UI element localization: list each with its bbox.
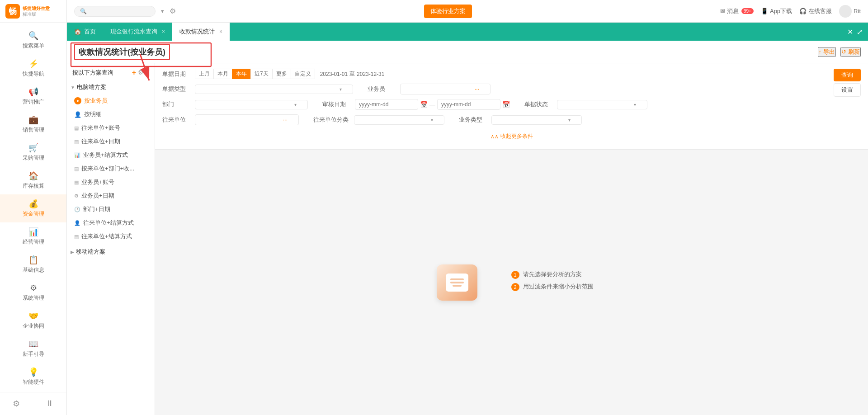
topbar-gear-icon[interactable]: ⚙ [170,7,176,15]
business-type-select[interactable]: ▾ [491,115,582,125]
sidebar-collapse-btn[interactable]: ⏸ [43,396,57,411]
tab-bank-flow[interactable]: 现金银行流水查询 × [103,23,172,41]
tree-item-counterpart-account[interactable]: ▤ 往来单位+账号 [67,121,155,135]
message-btn[interactable]: ✉ 消息 99+ [720,7,754,15]
export-button[interactable]: ↑ 导出 [818,47,836,57]
counterpart-type-select[interactable]: ▾ [354,115,444,125]
tabs-bar: 🏠 首页 现金银行流水查询 × 收款情况统计 × ✕ ⤢ [67,23,868,41]
tree-item-salesperson-account[interactable]: ▤ 业务员+账号 [67,175,155,189]
collapse-panel-btn[interactable]: « [146,69,149,77]
topbar-dropdown-arrow[interactable]: ▾ [161,8,164,14]
sidebar-item-purchase[interactable]: 🛒 采购管理 [0,138,66,166]
tree-item-counterpart-method1[interactable]: 👤 往来单位+结算方式 [67,216,155,230]
refresh-button[interactable]: ↺ 刷新 [840,47,861,57]
sidebar-item-inventory[interactable]: 🏠 库存核算 [0,166,66,194]
tree-item-label: 业务员+账号 [81,178,114,186]
date-tab-7days[interactable]: 近7天 [250,69,273,79]
sidebar-settings-btn[interactable]: ⚙ [10,396,23,411]
marketing-icon: 📢 [28,87,38,97]
salesperson-more-btn[interactable]: ··· [475,86,479,92]
user-avatar [839,5,852,18]
tree-item-salesperson-date[interactable]: ⚙ 业务员+日期 [67,189,155,203]
app-download-btn[interactable]: 📱 App下载 [761,7,792,15]
counterpart-select[interactable]: ··· [195,114,299,125]
tree-item-by-counterpart-dept[interactable]: ▤ 按来单位+部门+收... [67,162,155,175]
query-button[interactable]: 查询 [834,69,861,81]
message-icon: ✉ [720,8,725,14]
dept-select[interactable]: ▾ [195,100,308,109]
user-area[interactable]: Rit [839,5,861,18]
tree-item-label: 部门+日期 [83,205,110,213]
topbar-search-area[interactable]: 🔍 [74,6,156,17]
online-service-btn[interactable]: 🎧 在线客服 [799,7,832,15]
sidebar-item-basic[interactable]: 📋 基础信息 [0,250,66,278]
date-tab-more[interactable]: 更多 [272,69,291,79]
sidebar-item-finance[interactable]: 💰 资金管理 [0,194,66,222]
calendar-icon-to[interactable]: 📅 [502,101,510,108]
date-tab-this-year[interactable]: 本年 [232,69,251,79]
sidebar-item-operations[interactable]: 📊 经营管理 [0,222,66,250]
tree-item-label: 按业务员 [84,97,108,105]
tab-collection-close[interactable]: × [219,28,222,35]
business-type-arrow: ▾ [568,118,571,123]
sidebar-item-guide[interactable]: 📖 新手引导 [0,335,66,363]
calendar-icon-from[interactable]: 📅 [420,101,428,108]
tree-section-mobile[interactable]: ▶ 移动端方案 [67,245,155,259]
date-tab-this-month[interactable]: 本月 [213,69,232,79]
doctype-select[interactable]: ▾ [195,85,353,94]
tree-item-counterpart-date[interactable]: ▤ 往来单位+日期 [67,135,155,148]
tree-item-label: 业务员+结算方式 [83,151,128,159]
item-icon-sm: 📊 [74,152,80,158]
tree-item-salesperson-method[interactable]: 📊 业务员+结算方式 [67,148,155,162]
counterpart-more-btn[interactable]: ··· [283,117,288,123]
sidebar-item-sales[interactable]: 💼 销售管理 [0,110,66,138]
date-tab-last-month[interactable]: 上月 [195,69,214,79]
scheme-settings-icon[interactable]: ⚙ [138,69,144,77]
review-date-to[interactable] [437,99,500,110]
date-tabs: 上月 本月 本年 近7天 更多 自定义 [195,69,315,79]
empty-state: 1 请先选择要分析的方案 2 用过滤条件来缩小分析范围 [155,150,868,415]
sidebar-item-label: 新手引导 [23,350,44,358]
tree-expand-icon: ▼ [71,85,75,90]
sidebar-item-marketing[interactable]: 📢 营销推广 [0,82,66,110]
collapse-label: 收起更多条件 [500,132,533,140]
trial-button[interactable]: 体验行业方案 [424,5,472,18]
review-date-label: 审核日期 [322,100,349,108]
tab-collection-stat[interactable]: 收款情况统计 × [172,23,230,41]
sidebar-item-label: 营销推广 [23,98,44,106]
app-download-label: App下载 [770,7,792,15]
doctype-label: 单据类型 [162,85,189,93]
counterpart-control: ··· [195,114,299,125]
tree-item-by-salesperson[interactable]: ● 按业务员 [67,94,155,108]
enterprise-icon: 🤝 [28,311,38,321]
panel-tools: + ⚙ « [132,69,149,77]
sidebar-item-quicknav[interactable]: ⚡ 快捷导航 [0,54,66,82]
tree-item-dept-date[interactable]: 🕐 部门+日期 [67,203,155,216]
sidebar-item-search[interactable]: 🔍 搜索菜单 [0,26,66,54]
date-tab-custom[interactable]: 自定义 [291,69,315,79]
tree-item-label: 业务员+日期 [81,192,114,200]
tree-item-by-detail[interactable]: 👤 按明细 [67,108,155,121]
filter-row-dept: 部门 ▾ 审核日期 📅 — 📅 [162,99,826,110]
user-name: Rit [854,8,861,14]
add-scheme-btn[interactable]: + [132,69,136,77]
content-area: 按以下方案查询 + ⚙ « ▼ 电脑端方案 ● 按业务员 👤 按明细 [67,63,868,415]
tab-home[interactable]: 🏠 首页 [67,23,103,41]
sidebar-item-label: 快捷导航 [23,70,44,78]
sidebar-item-smarthw[interactable]: 💡 智能硬件 [0,363,66,391]
tree-section-pc[interactable]: ▼ 电脑端方案 [67,80,155,94]
doc-status-select[interactable]: ▾ [557,100,647,109]
tree-item-counterpart-method2[interactable]: ▤ 往来单位+结算方式 [67,230,155,243]
counterpart-type-arrow: ▾ [431,118,433,123]
settings-button[interactable]: 设置 [834,83,861,97]
collapse-bar[interactable]: ∧∧ 收起更多条件 [162,129,861,144]
sidebar-item-enterprise[interactable]: 🤝 企业协同 [0,307,66,335]
close-tab-btn[interactable]: ✕ [847,28,853,36]
empty-step-2: 2 用过滤条件来缩小分析范围 [511,283,594,291]
review-date-from[interactable] [355,99,418,110]
maximize-btn[interactable]: ⤢ [857,28,863,36]
sidebar-item-label: 企业协同 [23,322,44,330]
sidebar-item-system[interactable]: ⚙ 系统管理 [0,278,66,307]
tab-bank-flow-close[interactable]: × [162,28,165,35]
salesperson-select[interactable]: ··· [400,84,491,94]
